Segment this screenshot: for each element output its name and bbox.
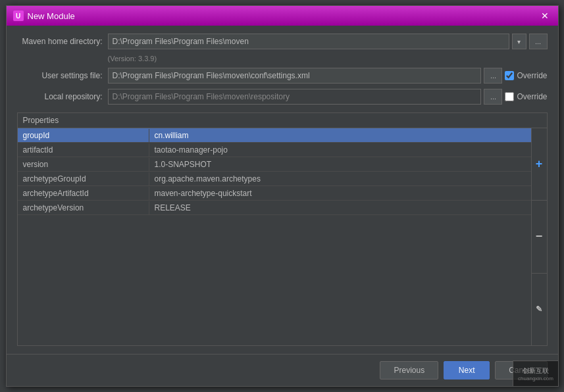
- local-repo-input: [108, 89, 482, 105]
- prop-value: maven-archetype-quickstart: [149, 187, 531, 200]
- watermark: 创新互联 chuangxin.com: [513, 360, 559, 387]
- title-bar-left: U New Module: [13, 11, 75, 21]
- user-settings-override-group: Override: [505, 71, 547, 80]
- dialog-footer: Previous Next Cancel: [7, 354, 558, 386]
- local-repo-input-row: ... Override: [108, 89, 548, 105]
- user-settings-input-row: ... Override: [108, 68, 548, 84]
- user-settings-override-label: Override: [517, 71, 547, 80]
- user-settings-label: User settings file:: [17, 71, 103, 80]
- maven-home-label: Maven home directory:: [17, 37, 103, 46]
- prop-key: archetypeGroupId: [18, 172, 149, 185]
- user-settings-input[interactable]: [108, 68, 482, 84]
- local-repo-label: Local repository:: [17, 92, 103, 101]
- user-settings-row: User settings file: ... Override: [17, 68, 548, 84]
- table-row[interactable]: artifactIdtaotao-manager-pojo: [18, 143, 531, 157]
- local-repo-row: Local repository: ... Override: [17, 89, 548, 105]
- table-row[interactable]: archetypeArtifactIdmaven-archetype-quick…: [18, 186, 531, 201]
- properties-table: groupIdcn.williamartifactIdtaotao-manage…: [18, 128, 531, 345]
- maven-home-dropdown-btn[interactable]: ▾: [512, 34, 526, 49]
- table-row[interactable]: archetypeGroupIdorg.apache.maven.archety…: [18, 172, 531, 186]
- prop-key: artifactId: [18, 143, 149, 157]
- maven-version: (Version: 3.3.9): [108, 55, 548, 62]
- next-button[interactable]: Next: [444, 361, 490, 380]
- properties-section: Properties groupIdcn.williamartifactIdta…: [17, 112, 548, 346]
- prop-key: groupId: [18, 129, 149, 142]
- prop-value: org.apache.maven.archetypes: [149, 172, 531, 185]
- close-button[interactable]: ✕: [538, 9, 551, 22]
- watermark-line2: chuangxin.com: [518, 376, 553, 381]
- prop-value: RELEASE: [149, 201, 531, 214]
- user-settings-browse-btn[interactable]: ...: [484, 68, 502, 84]
- local-repo-override-checkbox[interactable]: [505, 92, 514, 101]
- user-settings-override-checkbox[interactable]: [505, 71, 514, 80]
- maven-home-input-row: ▾ ...: [108, 34, 548, 49]
- prop-action-buttons: + − ✎: [531, 128, 547, 345]
- dialog-title: New Module: [28, 11, 75, 21]
- prop-key: archetypeVersion: [18, 201, 149, 214]
- prop-value: cn.william: [149, 129, 531, 142]
- add-property-button[interactable]: +: [532, 128, 547, 201]
- watermark-line1: 创新互联: [523, 366, 549, 376]
- properties-header: Properties: [18, 113, 547, 128]
- prop-key: archetypeArtifactId: [18, 187, 149, 200]
- prop-key: version: [18, 158, 149, 171]
- prop-value: taotao-manager-pojo: [149, 143, 531, 157]
- edit-property-button[interactable]: ✎: [532, 274, 547, 345]
- dialog-icon: U: [13, 11, 24, 21]
- local-repo-browse-btn[interactable]: ...: [484, 89, 502, 105]
- maven-home-input[interactable]: [108, 34, 509, 49]
- dialog-content: Maven home directory: ▾ ... (Version: 3.…: [7, 26, 558, 354]
- title-bar: U New Module ✕: [7, 6, 558, 26]
- maven-home-row: Maven home directory: ▾ ...: [17, 34, 548, 49]
- table-row[interactable]: version1.0-SNAPSHOT: [18, 157, 531, 172]
- previous-button[interactable]: Previous: [380, 361, 438, 380]
- local-repo-override-label: Override: [517, 92, 547, 101]
- table-row[interactable]: groupIdcn.william: [18, 128, 531, 143]
- prop-value: 1.0-SNAPSHOT: [149, 158, 531, 171]
- local-repo-override-group: Override: [505, 92, 547, 101]
- new-module-dialog: U New Module ✕ Maven home directory: ▾ .…: [6, 5, 559, 387]
- remove-property-button[interactable]: −: [532, 201, 547, 273]
- table-row[interactable]: archetypeVersionRELEASE: [18, 201, 531, 215]
- maven-home-browse-btn[interactable]: ...: [529, 34, 548, 49]
